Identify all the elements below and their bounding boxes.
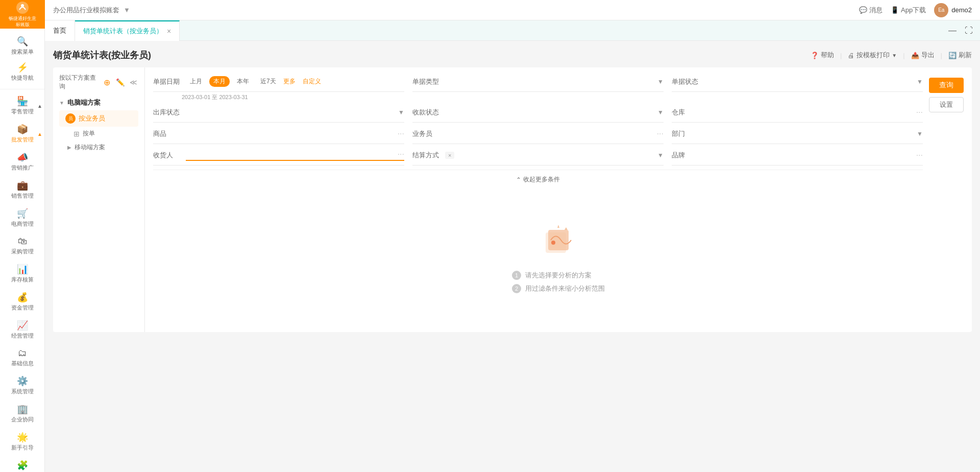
sidebar-item-apps[interactable]: 🧩 应用中心 (0, 456, 44, 472)
ecommerce-icon: 🛒 (17, 208, 28, 219)
wholesale-icon: 📦 (17, 124, 28, 135)
edit-scheme-button[interactable]: ✏️ (115, 77, 125, 87)
date-more[interactable]: 更多 (283, 77, 296, 86)
warehouse-dots[interactable]: ··· (916, 108, 923, 117)
date-last-7days[interactable]: 近7天 (256, 76, 280, 87)
settings-button[interactable]: 设置 (929, 97, 964, 112)
payment-clear-button[interactable]: × (445, 152, 454, 159)
receive-status-filter: 收款状态 ▼ (412, 106, 664, 123)
hint-num-1: 1 (512, 271, 521, 280)
consignee-filter: 收货人 ··· (153, 149, 404, 166)
app-download-button[interactable]: 📱 App下载 (891, 6, 926, 15)
divider-1: | (840, 52, 842, 59)
goods-dots[interactable]: ··· (398, 129, 404, 138)
help-icon: ❓ (811, 52, 819, 59)
date-this-month[interactable]: 本月 (209, 76, 230, 87)
salesperson-scheme-icon: 员 (65, 113, 76, 124)
date-range-display: 2023-03-01 至 2023-03-31 (153, 93, 923, 101)
empty-hint-2: 2 用过滤条件来缩小分析范围 (512, 284, 605, 293)
salesperson-filter: 业务员 ··· (412, 128, 664, 144)
collapse-filters-button[interactable]: ⌃ 收起更多条件 (153, 170, 923, 189)
desktop-section-header[interactable]: ▼ 电脑端方案 (59, 95, 138, 110)
type-dropdown[interactable]: ▼ (445, 78, 664, 85)
desktop-section: ▼ 电脑端方案 员 按业务员 ⊞ 按单 (53, 95, 144, 140)
sidebar-item-purchase[interactable]: 🛍 采购管理 (0, 232, 44, 259)
sidebar-item-finance[interactable]: 💰 资金管理 (0, 288, 44, 316)
filter-row-4: 收货人 ··· 结算方式 × (153, 149, 923, 166)
collapse-left-button[interactable]: ≪ (128, 77, 138, 87)
dept-dropdown[interactable]: ▼ (704, 130, 923, 137)
payment-dropdown-arrow: ▼ (657, 152, 664, 159)
svg-point-4 (551, 241, 555, 245)
tab-home[interactable]: 首页 (45, 20, 75, 41)
sidebar-item-marketing[interactable]: 📣 营销推广 (0, 148, 44, 176)
search-menu-item[interactable]: 🔍 搜索菜单 (0, 33, 44, 59)
left-panel-sub: ⊞ 按单 (59, 127, 138, 140)
scheme-by-order[interactable]: ⊞ 按单 (67, 127, 138, 140)
status-dropdown[interactable]: ▼ (704, 78, 923, 85)
receive-status-dropdown[interactable]: ▼ (445, 109, 664, 116)
breadcrumb-text: 办公用品行业模拟账套 (53, 6, 119, 15)
add-scheme-button[interactable]: ⊕ (102, 77, 112, 87)
sidebar-item-sales[interactable]: 💼 销售管理 (0, 176, 44, 204)
date-this-year[interactable]: 本年 (233, 76, 253, 87)
out-status-dropdown[interactable]: ▼ (186, 109, 404, 116)
edit-icon: ✏️ (116, 78, 125, 86)
receive-status-arrow: ▼ (657, 109, 664, 116)
retail-arrow: ▲ (37, 103, 42, 108)
status-dropdown-arrow: ▼ (917, 78, 923, 85)
breadcrumb-dropdown[interactable]: ▼ (124, 6, 130, 14)
left-panel-header: 按以下方案查询 ⊕ ✏️ ≪ (53, 74, 144, 95)
sidebar-item-collab[interactable]: 🏢 企业协同 (0, 399, 44, 428)
message-button[interactable]: 💬 消息 (859, 6, 883, 15)
date-last-month[interactable]: 上月 (186, 76, 206, 87)
tab-minimize-button[interactable]: — (945, 23, 960, 38)
template-print-button[interactable]: 🖨 按模板打印 ▼ (848, 51, 897, 60)
help-button[interactable]: ❓ 帮助 (811, 51, 834, 60)
empty-state-hints: 1 请先选择要分析的方案 2 用过滤条件来缩小分析范围 (512, 271, 605, 293)
sidebar: 畅捷通好生意 标账版 🔍 搜索菜单 ⚡ 快捷导航 🏪 零售管理 ▲ 📦 批发管理… (0, 0, 45, 472)
sidebar-item-newbie[interactable]: 🌟 新手引导 (0, 428, 44, 456)
tab-close-icon[interactable]: × (167, 27, 171, 35)
goods-filter: 商品 ··· (153, 128, 404, 144)
divider-3: | (941, 52, 942, 59)
search-button[interactable]: 查询 (929, 78, 964, 93)
filter-row-2: 出库状态 ▼ 收款状态 ▼ (153, 106, 923, 123)
sidebar-item-basic[interactable]: 🗂 基础信息 (0, 344, 44, 371)
header-actions: 💬 消息 📱 App下载 Ea demo2 (859, 3, 972, 17)
user-profile[interactable]: Ea demo2 (934, 3, 972, 17)
right-panel: 单据日期 上月 本月 本年 近7天 更多 自定义 (145, 67, 972, 332)
sidebar-item-operations[interactable]: 📈 经营管理 (0, 316, 44, 344)
salesperson-dots[interactable]: ··· (657, 129, 664, 138)
type-filter: 单据类型 ▼ (412, 76, 664, 92)
quick-nav-item[interactable]: ⚡ 快捷导航 (0, 59, 44, 85)
sidebar-item-retail[interactable]: 🏪 零售管理 ▲ (0, 91, 44, 120)
operations-icon: 📈 (17, 320, 28, 331)
consignee-dots[interactable]: ··· (398, 150, 404, 159)
mobile-section-header[interactable]: ▶ 移动端方案 (59, 140, 138, 154)
username-label: demo2 (951, 6, 972, 14)
brand-dots[interactable]: ··· (916, 151, 923, 160)
date-custom[interactable]: 自定义 (299, 76, 325, 87)
sidebar-nav: 🏪 零售管理 ▲ 📦 批发管理 ▲ 📣 营销推广 💼 销售管理 🛒 电商管理 🛍… (0, 89, 44, 472)
sidebar-item-ecommerce[interactable]: 🛒 电商管理 (0, 204, 44, 232)
brand-filter: 品牌 ··· (672, 149, 923, 166)
print-icon: 🖨 (848, 52, 854, 59)
page-actions: ❓ 帮助 | 🖨 按模板打印 ▼ | 📤 导出 | 🔄 刷新 (811, 51, 972, 60)
tab-bar-actions: — ⛶ (945, 23, 980, 38)
refresh-button[interactable]: 🔄 刷新 (948, 51, 972, 60)
refresh-icon: 🔄 (948, 52, 957, 59)
sales-icon: 💼 (17, 180, 28, 191)
sidebar-item-system[interactable]: ⚙️ 系统管理 (0, 371, 44, 399)
sidebar-item-wholesale[interactable]: 📦 批发管理 ▲ (0, 120, 44, 148)
date-options: 上月 本月 本年 近7天 更多 自定义 (186, 76, 325, 87)
tab-sales-stat[interactable]: 销货单统计表（按业务员） × (75, 20, 180, 41)
tab-maximize-button[interactable]: ⛶ (962, 23, 976, 38)
sidebar-item-inventory[interactable]: 📊 库存核算 (0, 259, 44, 288)
plus-circle-icon: ⊕ (104, 78, 110, 87)
export-button[interactable]: 📤 导出 (911, 51, 935, 60)
scheme-by-salesperson[interactable]: 员 按业务员 (59, 110, 138, 127)
purchase-icon: 🛍 (18, 236, 27, 247)
right-panel-header: 单据日期 上月 本月 本年 近7天 更多 自定义 (153, 76, 964, 189)
left-panel-icon-group: ⊕ ✏️ ≪ (102, 77, 138, 87)
